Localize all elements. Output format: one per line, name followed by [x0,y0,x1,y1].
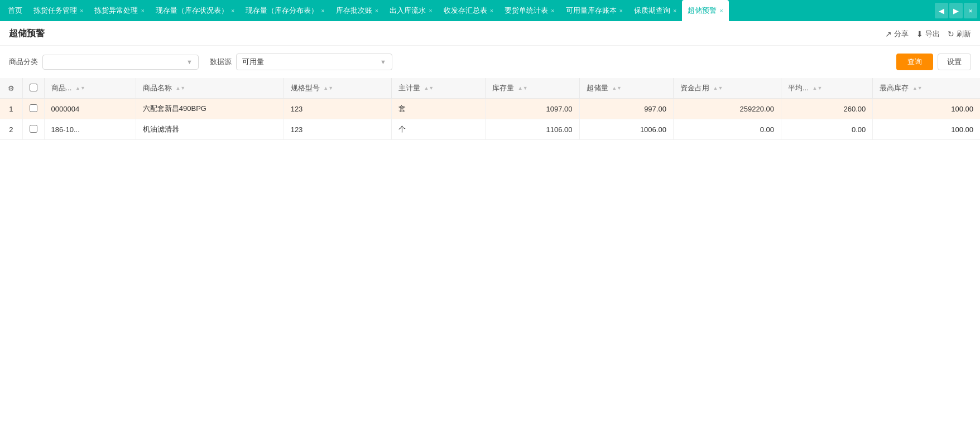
settings-button[interactable]: 设置 [938,54,971,70]
export-icon: ⬇ [916,30,923,38]
nav-item-batch[interactable]: 库存批次账 × [330,0,384,21]
datasource-label: 数据源 [210,57,232,67]
column-spec-label: 规格型号 [291,84,320,92]
product-name: 六配套新昌490BPG [136,99,284,119]
nav-next-button[interactable]: ▶ [949,3,963,18]
close-tab-icon[interactable]: × [551,7,554,14]
row-checkbox-cell [22,119,44,140]
column-max-stock-label: 最高库存 [880,84,909,92]
column-avg[interactable]: 平均... ▲▼ [781,78,873,99]
table-header-row: ⚙ 商品... ▲▼ 商品名称 ▲▼ 规格型号 ▲▼ [0,78,980,99]
nav-item-expiry[interactable]: 保质期查询 × [628,0,682,21]
column-stock[interactable]: 库存量 ▲▼ [486,78,579,99]
unit: 套 [391,99,485,119]
column-spec[interactable]: 规格型号 ▲▼ [284,78,391,99]
avg: 0.00 [781,119,873,140]
nav-label: 超储预警 [688,6,717,16]
sort-arrows-icon: ▲▼ [518,86,528,91]
stock: 1106.00 [486,119,579,140]
column-capital[interactable]: 资金占用 ▲▼ [673,78,781,99]
sort-arrows-icon: ▲▼ [75,86,85,91]
column-unit-label: 主计量 [398,84,420,92]
product-category-label: 商品分类 [9,57,38,67]
nav-item-avail-stock[interactable]: 可用量库存账本 × [560,0,628,21]
close-tab-icon[interactable]: × [429,7,432,14]
spec: 123 [284,99,391,119]
nav-item-home[interactable]: 首页 [2,0,28,21]
column-product-code-label: 商品... [51,84,72,92]
refresh-button[interactable]: ↻ 刷新 [948,29,971,39]
product-code: 186-10... [44,119,136,140]
nav-bar: 首页 拣货任务管理 × 拣货异常处理 × 现存量（库存状况表） × 现存量（库存… [0,0,980,21]
nav-label: 现存量（库存状况表） [156,6,228,16]
datasource-value: 可用量 [242,57,264,67]
spec: 123 [284,119,391,140]
column-overstock-label: 超储量 [587,84,608,92]
export-label: 导出 [925,29,940,39]
capital: 259220.00 [673,99,781,119]
close-tab-icon[interactable]: × [490,7,493,14]
filter-actions: 查询 设置 [896,54,971,70]
close-tab-icon[interactable]: × [141,7,144,14]
nav-prev-button[interactable]: ◀ [935,3,948,18]
nav-item-recv-send[interactable]: 收发存汇总表 × [438,0,499,21]
nav-label: 拣货异常处理 [94,6,138,16]
main-content: 超储预警 ↗ 分享 ⬇ 导出 ↻ 刷新 商品分类 ▼ 数据源 [0,21,980,446]
capital: 0.00 [673,119,781,140]
page-title: 超储预警 [9,28,45,40]
datasource-select[interactable]: 可用量 ▼ [236,54,392,70]
sort-arrows-icon: ▲▼ [323,86,333,91]
nav-item-abnormal[interactable]: 拣货异常处理 × [89,0,150,21]
export-button[interactable]: ⬇ 导出 [916,29,940,39]
nav-label: 出入库流水 [390,6,426,16]
column-max-stock[interactable]: 最高库存 ▲▼ [873,78,980,99]
close-tab-icon[interactable]: × [619,7,623,14]
query-button[interactable]: 查询 [896,54,933,70]
nav-arrows: ◀ ▶ × [934,3,978,18]
column-product-name[interactable]: 商品名称 ▲▼ [136,78,284,99]
nav-label: 收发存汇总表 [444,6,487,16]
select-all-checkbox[interactable] [30,84,37,91]
table-row: 1 0000004 六配套新昌490BPG 123 套 1097.00 997.… [0,99,980,119]
sort-arrows-icon: ▲▼ [424,86,434,91]
column-gear[interactable]: ⚙ [0,78,22,99]
nav-label: 现存量（库存分布表） [246,6,318,16]
close-tab-icon[interactable]: × [719,7,723,14]
refresh-label: 刷新 [957,29,971,39]
sort-arrows-icon: ▲▼ [812,86,822,91]
nav-label: 库存批次账 [336,6,372,16]
close-tab-icon[interactable]: × [231,7,234,14]
row-checkbox[interactable] [30,125,37,133]
page-header: 超储预警 ↗ 分享 ⬇ 导出 ↻ 刷新 [0,21,980,46]
nav-item-inout-flow[interactable]: 出入库流水 × [384,0,438,21]
row-checkbox[interactable] [30,104,37,112]
chevron-down-icon: ▼ [186,59,193,65]
nav-close-button[interactable]: × [964,3,977,18]
product-code: 0000004 [44,99,136,119]
nav-label: 可用量库存账本 [566,6,617,16]
nav-item-overstock[interactable]: 超储预警 × [682,0,728,21]
filter-bar: 商品分类 ▼ 数据源 可用量 ▼ 查询 设置 [0,46,980,78]
nav-item-stock-dist[interactable]: 现存量（库存分布表） × [240,0,330,21]
column-product-code[interactable]: 商品... ▲▼ [44,78,136,99]
close-tab-icon[interactable]: × [321,7,324,14]
nav-item-task-mgmt[interactable]: 拣货任务管理 × [28,0,89,21]
close-tab-icon[interactable]: × [375,7,378,14]
column-avg-label: 平均... [788,84,809,92]
avg: 260.00 [781,99,873,119]
max-stock: 100.00 [873,99,980,119]
nav-item-demand-stat[interactable]: 要货单统计表 × [499,0,560,21]
share-icon: ↗ [885,30,892,38]
chevron-down-icon: ▼ [380,59,386,65]
column-unit[interactable]: 主计量 ▲▼ [391,78,485,99]
nav-item-stock-status[interactable]: 现存量（库存状况表） × [150,0,240,21]
unit: 个 [391,119,485,140]
share-button[interactable]: ↗ 分享 [885,29,909,39]
close-tab-icon[interactable]: × [80,7,83,14]
product-category-select[interactable]: ▼ [42,55,199,70]
column-overstock[interactable]: 超储量 ▲▼ [579,78,673,99]
table-container: ⚙ 商品... ▲▼ 商品名称 ▲▼ 规格型号 ▲▼ [0,78,980,140]
close-tab-icon[interactable]: × [673,7,676,14]
stock: 1097.00 [486,99,579,119]
header-actions: ↗ 分享 ⬇ 导出 ↻ 刷新 [885,29,971,39]
